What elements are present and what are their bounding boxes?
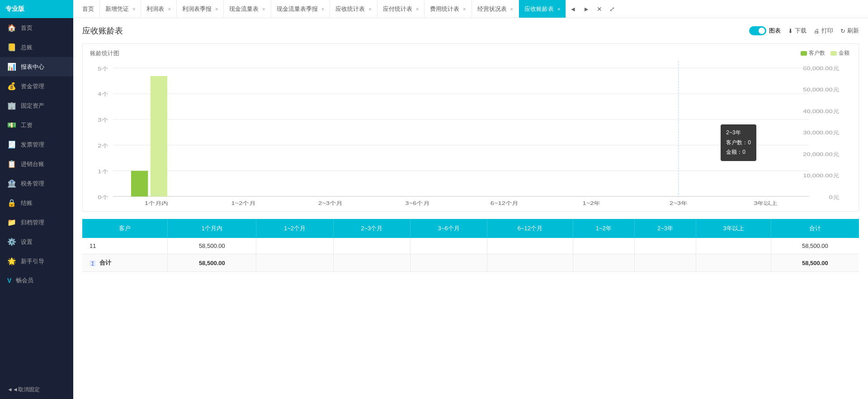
sidebar-item-sales[interactable]: 📋 进销台账 — [0, 154, 73, 174]
chart-toggle[interactable]: 图表 — [749, 26, 781, 35]
cell-customer-0: 11 — [82, 238, 168, 254]
svg-text:2~3年: 2~3年 — [670, 200, 687, 206]
tab-expense-stat[interactable]: 费用统计表 × — [425, 0, 472, 18]
tab-aging[interactable]: 应收账龄表 × — [519, 0, 566, 18]
tab-cashflow[interactable]: 现金流量表 × — [224, 0, 271, 18]
refresh-icon: ↻ — [840, 28, 845, 34]
legend-amount: 金额 — [830, 49, 849, 57]
tax-icon: 🏦 — [7, 179, 16, 188]
unpin-button[interactable]: ◄◄取消固定 — [0, 380, 73, 399]
col-y2: 2~3年 — [634, 219, 696, 238]
page-title: 应收账龄表 — [82, 25, 123, 36]
salary-icon: 💵 — [7, 121, 16, 129]
table-header-row: 客户 1个月内 1~2个月 2~3个月 3~6个月 6~12个月 1~2年 2~… — [82, 219, 859, 238]
tab-close-all-btn[interactable]: ✕ — [593, 4, 606, 14]
col-m1: 1个月内 — [168, 219, 256, 238]
main-content: 首页 新增凭证 × 利润表 × 利润表季报 × 现金流量表 × 现金流量表季报 … — [73, 0, 868, 399]
table-row: 11 58,500.00 58,500.00 — [82, 238, 859, 254]
col-y3: 3年以上 — [696, 219, 771, 238]
col-m2: 1~2个月 — [256, 219, 333, 238]
refresh-btn[interactable]: ↻ 刷新 — [840, 27, 859, 35]
sidebar-item-assets[interactable]: 🏢 固定资产 — [0, 96, 73, 115]
total-m12 — [487, 254, 573, 272]
funds-icon: 💰 — [7, 82, 16, 90]
tab-prev-btn[interactable]: ◄ — [566, 4, 580, 14]
page-header: 应收账龄表 图表 ⬇ 下载 🖨 打印 ↻ 刷新 — [82, 25, 859, 36]
vip-icon: V — [7, 277, 11, 284]
tab-close-expense-stat[interactable]: × — [463, 6, 466, 12]
tab-close-cashflow-quarter[interactable]: × — [321, 6, 324, 12]
svg-text:3年以上: 3年以上 — [754, 200, 777, 206]
svg-text:2~3个月: 2~3个月 — [318, 200, 343, 206]
chart-legend: 客户数 金额 — [801, 49, 849, 57]
tab-close-receivable-stat[interactable]: × — [368, 6, 371, 12]
col-y1: 1~2年 — [573, 219, 634, 238]
table-total-row: ∑ 合计 58,500.00 58,500.00 — [82, 254, 859, 272]
guide-icon: 🌟 — [7, 257, 16, 266]
cell-m12-0 — [487, 238, 573, 254]
legend-customers: 客户数 — [801, 49, 825, 57]
total-m2 — [256, 254, 333, 272]
tab-cashflow-quarter[interactable]: 现金流量表季报 × — [271, 0, 330, 18]
cell-m2-0 — [256, 238, 333, 254]
svg-text:5个: 5个 — [98, 66, 108, 71]
tab-close-profit-quarter[interactable]: × — [215, 6, 218, 12]
sidebar-item-archive[interactable]: 📁 归档管理 — [0, 213, 73, 232]
sidebar-item-vip[interactable]: V 畅会员 — [0, 271, 73, 290]
cell-y1-0 — [573, 238, 634, 254]
tab-close-cashflow[interactable]: × — [262, 6, 265, 12]
sidebar-item-close[interactable]: 🔒 结账 — [0, 193, 73, 213]
sales-icon: 📋 — [7, 160, 16, 168]
tab-home[interactable]: 首页 — [77, 0, 100, 18]
download-icon: ⬇ — [788, 28, 793, 34]
total-total: 58,500.00 — [771, 254, 859, 272]
header-actions: 图表 ⬇ 下载 🖨 打印 ↻ 刷新 — [749, 26, 859, 35]
total-y1 — [573, 254, 634, 272]
svg-text:4个: 4个 — [98, 91, 108, 97]
tab-expand-btn[interactable]: ⤢ — [606, 4, 618, 14]
download-btn[interactable]: ⬇ 下载 — [788, 27, 807, 35]
sidebar-item-invoice[interactable]: 🧾 发票管理 — [0, 135, 73, 154]
total-icon: ∑ — [90, 260, 96, 266]
tab-close-business-stat[interactable]: × — [510, 6, 513, 12]
cell-y2-0 — [634, 238, 696, 254]
tab-profit[interactable]: 利润表 × — [141, 0, 176, 18]
bar-amount-0 — [151, 76, 167, 196]
sidebar-item-home[interactable]: 🏠 首页 — [0, 18, 73, 38]
sidebar-item-guide[interactable]: 🌟 新手引导 — [0, 252, 73, 271]
chart-svg: 0个 1个 2个 3个 4个 5个 0元 10,000.00元 20,000.0… — [90, 61, 851, 206]
sidebar-item-ledger[interactable]: 📒 总账 — [0, 38, 73, 57]
col-total: 合计 — [771, 219, 859, 238]
cell-y3-0 — [696, 238, 771, 254]
sidebar-item-salary[interactable]: 💵 工资 — [0, 115, 73, 135]
sidebar-item-report[interactable]: 📊 报表中心 — [0, 57, 73, 76]
svg-text:0元: 0元 — [829, 194, 840, 200]
tab-receivable-stat[interactable]: 应收统计表 × — [330, 0, 377, 18]
tab-profit-quarter[interactable]: 利润表季报 × — [177, 0, 224, 18]
tab-close-profit[interactable]: × — [168, 6, 170, 12]
tab-business-stat[interactable]: 经营状况表 × — [472, 0, 519, 18]
total-m1: 58,500.00 — [168, 254, 256, 272]
toggle-label: 图表 — [769, 27, 781, 35]
sidebar-item-settings[interactable]: ⚙️ 设置 — [0, 232, 73, 252]
sidebar-item-funds[interactable]: 💰 资金管理 — [0, 76, 73, 96]
sidebar-item-tax[interactable]: 🏦 税务管理 — [0, 174, 73, 193]
svg-text:6~12个月: 6~12个月 — [491, 200, 519, 206]
svg-text:1个: 1个 — [98, 168, 108, 174]
tab-payable-stat[interactable]: 应付统计表 × — [377, 0, 425, 18]
tab-close-voucher[interactable]: × — [132, 6, 135, 12]
tab-close-aging[interactable]: × — [557, 6, 560, 12]
tab-voucher[interactable]: 新增凭证 × — [100, 0, 141, 18]
total-label: ∑ 合计 — [82, 254, 168, 272]
total-y2 — [634, 254, 696, 272]
print-btn[interactable]: 🖨 打印 — [814, 27, 833, 35]
total-y3 — [696, 254, 771, 272]
chart-body: 0个 1个 2个 3个 4个 5个 0元 10,000.00元 20,000.0… — [90, 61, 851, 206]
settings-icon: ⚙️ — [7, 238, 16, 246]
svg-text:1~2年: 1~2年 — [583, 200, 600, 206]
tab-close-payable-stat[interactable]: × — [416, 6, 419, 12]
svg-text:2个: 2个 — [98, 143, 108, 149]
tab-next-btn[interactable]: ► — [580, 4, 593, 14]
toggle-knob[interactable] — [749, 26, 766, 35]
total-m3 — [333, 254, 410, 272]
